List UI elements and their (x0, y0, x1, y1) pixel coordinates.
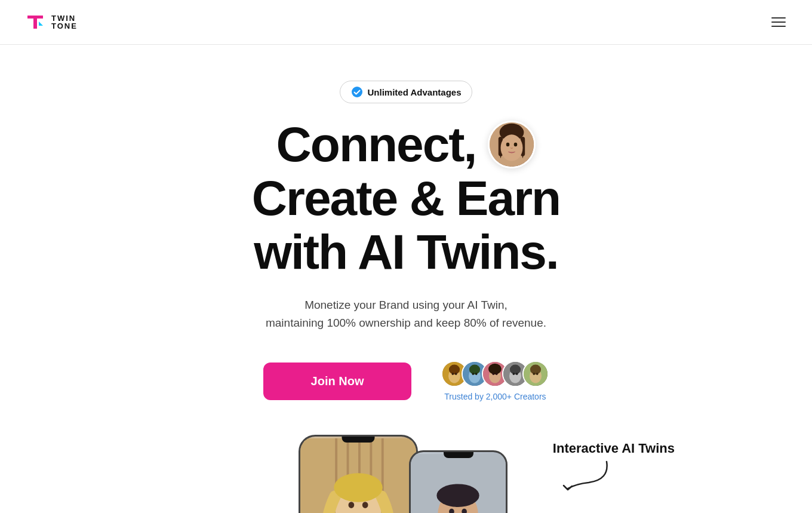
svg-point-16 (469, 365, 480, 374)
svg-point-7 (506, 143, 510, 146)
svg-point-1 (352, 87, 362, 97)
svg-point-13 (455, 373, 457, 375)
svg-point-26 (510, 365, 521, 374)
badge-text: Unlimited Advantages (368, 87, 462, 97)
hero-avatar (488, 121, 536, 168)
ai-twins-label: Interactive AI Twins (553, 441, 675, 494)
main-content: Unlimited Advantages Connect, (0, 45, 812, 513)
svg-point-11 (449, 365, 460, 374)
hero-line2: Create & Earn (252, 171, 560, 225)
hamburger-menu-button[interactable] (769, 15, 788, 29)
advantages-badge: Unlimited Advantages (340, 81, 473, 103)
join-now-button[interactable]: Join Now (263, 363, 412, 400)
hero-subtext: Monetize your Brand using your AI Twin, … (266, 296, 546, 333)
avatar-stack (441, 361, 549, 387)
hamburger-line-2 (771, 21, 786, 23)
phone-left-person (300, 437, 416, 513)
phone-mockup-left (299, 435, 424, 513)
hero-heading: Connect, (252, 118, 560, 279)
svg-point-8 (514, 143, 518, 146)
trusted-section: Trusted by 2,000+ Creators (441, 361, 549, 401)
svg-point-31 (530, 365, 541, 374)
trusted-by-text: Trusted by 2,000+ Creators (444, 392, 546, 401)
svg-point-43 (349, 502, 355, 509)
checkmark-badge-icon (351, 86, 363, 98)
svg-point-44 (362, 502, 368, 509)
hero-line3: with AI Twins. (252, 225, 560, 279)
subtext-line2: maintaining 100% ownership and keep 80% … (266, 317, 546, 329)
phone-right-person (411, 452, 506, 513)
logo-line2: TONE (51, 22, 78, 30)
svg-point-6 (501, 134, 523, 161)
hamburger-line-3 (771, 26, 786, 27)
trusted-avatar-5 (522, 361, 549, 387)
phone-mockup-right (409, 450, 513, 513)
hero-line1: Connect, (252, 118, 560, 171)
ai-twins-text: Interactive AI Twins (553, 441, 675, 456)
logo-text: TWIN TONE (51, 14, 78, 30)
svg-point-28 (516, 373, 518, 375)
svg-point-12 (452, 373, 454, 375)
svg-point-33 (536, 373, 539, 375)
svg-point-22 (493, 373, 495, 375)
hamburger-line-1 (771, 17, 786, 19)
subtext-line1: Monetize your Brand using your AI Twin, (304, 299, 508, 311)
svg-point-42 (334, 474, 382, 503)
logo[interactable]: TWIN TONE (24, 11, 78, 33)
cta-trusted-row: Join Now (263, 361, 549, 401)
svg-point-48 (436, 484, 479, 508)
svg-point-32 (533, 373, 536, 375)
avatar-face-5 (524, 362, 548, 386)
phone-section: Interactive AI Twins (137, 435, 675, 513)
svg-point-27 (513, 373, 515, 375)
svg-point-18 (475, 373, 478, 375)
avatar-face-svg (490, 122, 534, 167)
curved-arrow-icon (559, 459, 613, 494)
svg-point-17 (472, 373, 475, 375)
header: TWIN TONE (0, 0, 812, 45)
svg-point-23 (496, 373, 498, 375)
hero-connect-text: Connect, (276, 118, 476, 171)
svg-point-21 (489, 364, 502, 374)
logo-icon (24, 11, 47, 33)
